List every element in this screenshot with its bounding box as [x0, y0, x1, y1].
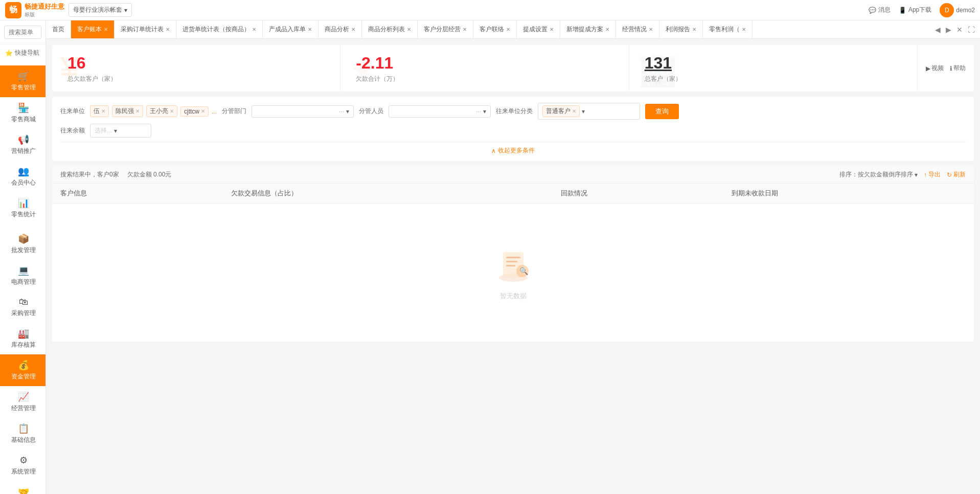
tab-close-icon[interactable]: ✕ — [463, 27, 467, 32]
sidebar-item-wholesale-mgmt[interactable]: 📦 批发管理 — [0, 228, 45, 260]
tab-close-all-btn[interactable]: ✕ — [955, 25, 964, 35]
sidebar-item-member-center[interactable]: 👥 会员中心 — [0, 161, 45, 192]
purchase-mgmt-icon: 🛍 — [19, 297, 28, 307]
result-bar-left: 搜索结果中，客户0家 欠款金额 0.00元 — [60, 170, 171, 179]
tab-new-promotion-plan[interactable]: 新增提成方案 ✕ — [560, 20, 616, 39]
tab-product-instock[interactable]: 产成品入库单 ✕ — [263, 20, 318, 39]
tab-prev-btn[interactable]: ◀ — [934, 25, 942, 35]
person-dots: ··· — [476, 108, 481, 115]
tab-close-icon[interactable]: ✕ — [166, 27, 170, 32]
query-button[interactable]: 查询 — [645, 104, 679, 119]
sidebar-item-inventory[interactable]: 🏭 库存核算 — [0, 323, 45, 354]
tab-close-icon[interactable]: ✕ — [252, 27, 256, 32]
category-tag: 普通客户 ✕ — [542, 105, 580, 117]
sidebar-item-sys-mgmt[interactable]: ⚙ 系统管理 — [0, 450, 45, 481]
stat-label-debt: 欠款合计（万） — [356, 75, 399, 83]
tab-operation-situation[interactable]: 经营情况 ✕ — [616, 20, 659, 39]
help-icon: ℹ — [950, 65, 952, 72]
tab-retail-profit[interactable]: 零售利润（ ✕ — [703, 20, 753, 39]
dept-select[interactable]: ··· ▾ — [252, 105, 354, 118]
stat-info-1: 16 总欠款客户（家） — [62, 53, 117, 83]
video-link[interactable]: ▶ 视频 — [926, 64, 944, 73]
tab-product-analysis-list[interactable]: 商品分析列表 ✕ — [362, 20, 418, 39]
remove-category-tag[interactable]: ✕ — [572, 108, 576, 114]
filter-tag-chen: 陈民强 ✕ — [112, 105, 143, 117]
logo-icon: 畅 — [5, 2, 21, 18]
remove-tag-cjttcw[interactable]: ✕ — [201, 108, 205, 114]
data-table: 客户信息 欠款交易信息（占比） 回款情况 到期未收款日期 — [52, 184, 974, 204]
tab-home[interactable]: 首页 — [46, 20, 71, 39]
sidebar-item-retail-stats[interactable]: 📊 零售统计 — [0, 192, 45, 224]
refresh-icon: ↻ — [947, 171, 952, 178]
sidebar-item-label: 经营管理 — [11, 404, 36, 413]
refresh-btn[interactable]: ↻ 刷新 — [947, 170, 966, 179]
tab-customer-account[interactable]: 客户账本 ✕ — [71, 20, 115, 39]
remove-tag-wang[interactable]: ✕ — [170, 108, 174, 114]
tab-customer-segment[interactable]: 客户分层经营 ✕ — [418, 20, 473, 39]
tab-close-icon[interactable]: ✕ — [742, 27, 746, 32]
tab-fullscreen-btn[interactable]: ⛶ — [967, 25, 976, 35]
quick-nav[interactable]: ⭐ 快捷导航 — [0, 44, 45, 61]
collapse-btn[interactable]: ∧ 收起更多条件 — [491, 146, 535, 155]
sidebar-item-retail-mall[interactable]: 🏪 零售商城 — [0, 97, 45, 129]
tab-promotion-settings[interactable]: 提成设置 ✕ — [517, 20, 560, 39]
search-input[interactable] — [4, 26, 41, 39]
chevron-down-icon: ▾ — [114, 127, 117, 134]
sidebar-item-finance-mgmt[interactable]: 💰 资金管理 — [0, 354, 45, 386]
balance-label: 往来余额 — [60, 126, 85, 135]
balance-select[interactable]: 选择... ▾ — [90, 124, 151, 138]
sidebar-item-operation-mgmt[interactable]: 📈 经营管理 — [0, 386, 45, 418]
sidebar-item-ecommerce-mgmt[interactable]: 💻 电商管理 — [0, 260, 45, 291]
sort-label: 排序：按欠款金额倒序排序 — [839, 170, 913, 179]
stat-value-debt: -2.11 — [356, 53, 399, 73]
tab-profit-report[interactable]: 利润报告 ✕ — [659, 20, 703, 39]
inventory-icon: 🏭 — [18, 328, 29, 339]
download-icon: 📱 — [899, 7, 906, 14]
app-download-btn[interactable]: 📱 App下载 — [899, 6, 931, 14]
remove-tag-chen[interactable]: ✕ — [135, 108, 140, 114]
message-btn[interactable]: 💬 消息 — [869, 6, 891, 14]
empty-text: 暂无数据 — [500, 291, 527, 301]
tab-product-analysis[interactable]: 商品分析 ✕ — [318, 20, 362, 39]
logo-area: 畅 畅捷通好生意 标版 — [5, 2, 64, 18]
wholesale-mgmt-icon: 📦 — [18, 233, 29, 244]
tab-controls: ◀ ▶ ✕ ⛶ — [930, 25, 980, 35]
sidebar-item-retail-mgmt[interactable]: 🛒 零售管理 — [0, 65, 45, 97]
tab-stock-stats[interactable]: 进货单统计表（按商品） ✕ — [176, 20, 263, 39]
tab-close-icon[interactable]: ✕ — [692, 27, 696, 32]
tab-close-icon[interactable]: ✕ — [351, 27, 355, 32]
company-select[interactable]: 母婴行业演示帐套 ▾ — [69, 3, 132, 17]
filter-row-1: 往来单位 伍 ✕ 陈民强 ✕ 王小亮 ✕ — [60, 103, 966, 120]
person-select[interactable]: ··· ▾ — [389, 105, 491, 118]
tab-close-icon[interactable]: ✕ — [649, 27, 653, 32]
sidebar-search-area — [0, 20, 45, 44]
user-area[interactable]: D demo2 — [940, 3, 975, 17]
tab-close-icon[interactable]: ✕ — [407, 27, 411, 32]
remove-tag-wu[interactable]: ✕ — [101, 108, 105, 114]
sidebar-item-enterprise-coop[interactable]: 🤝 企业协同 — [0, 481, 45, 494]
sort-select[interactable]: 排序：按欠款金额倒序排序 ▾ — [839, 170, 918, 179]
tab-close-icon[interactable]: ✕ — [104, 27, 108, 32]
dept-dots: ··· — [339, 108, 344, 115]
help-link[interactable]: ℹ 帮助 — [950, 64, 966, 73]
export-btn[interactable]: ↑ 导出 — [924, 170, 941, 179]
tab-close-icon[interactable]: ✕ — [506, 27, 510, 32]
category-select[interactable]: 普通客户 ✕ ▾ — [538, 103, 640, 120]
category-label: 往来单位分类 — [496, 107, 533, 116]
sidebar-item-label: 基础信息 — [11, 436, 36, 444]
sidebar-item-basic-info[interactable]: 📋 基础信息 — [0, 418, 45, 450]
sidebar-item-marketing[interactable]: 📢 营销推广 — [0, 129, 45, 161]
sidebar-item-purchase-mgmt[interactable]: 🛍 采购管理 — [0, 291, 45, 323]
tab-close-icon[interactable]: ✕ — [308, 27, 312, 32]
company-unit-label: 往来单位 — [60, 107, 85, 116]
marketing-icon: 📢 — [18, 134, 29, 145]
tab-close-icon[interactable]: ✕ — [605, 27, 609, 32]
tab-purchase-order-stats[interactable]: 采购订单统计表 ✕ — [115, 20, 176, 39]
tab-close-icon[interactable]: ✕ — [550, 27, 554, 32]
more-tags-btn[interactable]: ... — [212, 108, 217, 115]
stat-card-2: ✦ -2.11 欠款合计（万） — [340, 45, 629, 92]
stats-area: ¥ 16 总欠款客户（家） ✦ -2.11 欠款合计（万） 🏢 — [52, 45, 974, 92]
tab-customer-contact[interactable]: 客户联络 ✕ — [473, 20, 517, 39]
tab-next-btn[interactable]: ▶ — [945, 25, 952, 35]
col-debt-info: 欠款交易信息（占比） — [223, 184, 553, 204]
